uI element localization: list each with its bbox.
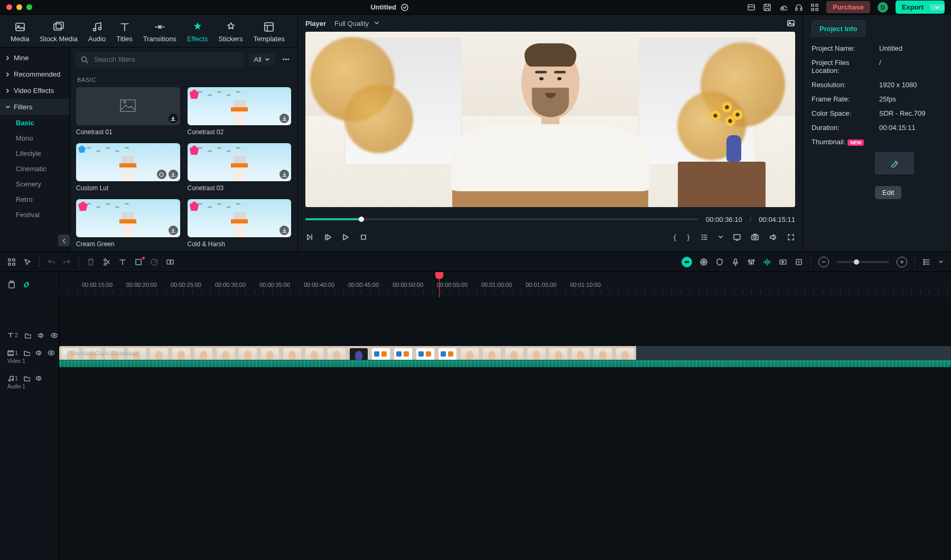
split-icon[interactable]	[102, 258, 111, 266]
apps-grid-icon[interactable]	[810, 3, 819, 12]
export-button[interactable]: Export	[896, 1, 930, 14]
download-icon[interactable]	[279, 114, 289, 123]
edit-button[interactable]: Edit	[875, 186, 901, 199]
auto-beat-icon[interactable]	[763, 258, 771, 266]
tab-stickers[interactable]: Stickers	[213, 18, 248, 47]
collapse-tree-button[interactable]	[58, 235, 70, 246]
tab-audio[interactable]: Audio	[83, 18, 111, 47]
tree-sub-scenery[interactable]: Scenery	[0, 176, 69, 192]
folder-icon[interactable]	[23, 349, 30, 356]
shield-icon[interactable]	[715, 258, 724, 266]
minimize-window[interactable]	[16, 4, 22, 10]
zoom-in-icon[interactable]: +	[897, 257, 907, 267]
effect-thumb[interactable]	[188, 87, 292, 125]
tab-templates[interactable]: Templates	[248, 18, 290, 47]
marker-add-icon[interactable]	[795, 258, 803, 266]
compare-view-icon[interactable]	[787, 19, 795, 27]
playhead[interactable]	[439, 272, 440, 297]
headphones-icon[interactable]	[795, 3, 803, 12]
speed-icon[interactable]	[150, 258, 158, 266]
export-caret[interactable]	[930, 4, 945, 11]
search-filters[interactable]	[75, 52, 245, 67]
more-menu[interactable]: •••	[279, 55, 292, 63]
zoom-out-icon[interactable]: −	[818, 257, 829, 267]
link-icon[interactable]	[22, 281, 31, 289]
effect-thumb[interactable]	[76, 199, 180, 237]
zoom-slider[interactable]	[836, 261, 889, 263]
group-icon[interactable]	[166, 258, 174, 266]
tree-sub-retro[interactable]: Retro	[0, 192, 69, 207]
effect-thumb[interactable]	[76, 87, 180, 125]
thumbnail-box[interactable]	[875, 152, 914, 174]
visibility-icon[interactable]	[48, 349, 54, 356]
maximize-window[interactable]	[26, 4, 32, 10]
display-out-icon[interactable]	[733, 233, 741, 241]
tree-sub-lifestyle[interactable]: Lifestyle	[0, 146, 69, 161]
effect-thumb[interactable]	[76, 143, 180, 181]
voiceover-icon[interactable]	[731, 258, 740, 266]
tree-sub-mono[interactable]: Mono	[0, 130, 69, 146]
crop-tool[interactable]	[134, 258, 143, 266]
chevron-down-icon[interactable]	[718, 235, 723, 240]
clipboard-icon[interactable]	[7, 281, 16, 289]
mark-in-brace[interactable]: {	[673, 234, 677, 241]
play-pause-icon[interactable]	[323, 233, 332, 241]
preview-icon[interactable]	[157, 170, 166, 179]
render-icon[interactable]	[779, 258, 787, 266]
tab-stock-media[interactable]: Stock Media	[34, 18, 83, 47]
time-ruler[interactable]: 00:00:15:0000:00:20:0000:00:25:0000:00:3…	[59, 272, 951, 297]
effect-thumb[interactable]	[188, 199, 292, 237]
chevron-down-icon[interactable]	[938, 259, 944, 265]
filter-all-dropdown[interactable]: All	[249, 53, 275, 66]
user-avatar[interactable]: D	[878, 2, 888, 13]
undo-icon[interactable]	[47, 258, 55, 266]
audio-lane[interactable]	[59, 369, 951, 395]
search-input[interactable]	[93, 55, 239, 64]
text-tool-icon[interactable]	[118, 258, 127, 266]
ai-tools-icon[interactable]	[682, 257, 692, 267]
delete-icon[interactable]	[87, 258, 95, 266]
audio-mixer-icon[interactable]	[747, 258, 756, 266]
folder-icon[interactable]	[24, 332, 31, 339]
scrub-slider[interactable]	[305, 218, 698, 220]
stop-icon[interactable]	[359, 233, 368, 241]
tab-effects[interactable]: Effects	[182, 18, 213, 47]
close-window[interactable]	[6, 4, 12, 10]
download-icon[interactable]	[169, 226, 178, 235]
purchase-button[interactable]: Purchase	[826, 1, 870, 13]
download-icon[interactable]	[169, 114, 178, 123]
tab-media[interactable]: Media	[5, 18, 34, 47]
download-icon[interactable]	[169, 170, 178, 179]
mute-icon[interactable]	[38, 332, 44, 339]
fullscreen-icon[interactable]	[787, 233, 795, 241]
marker-list-icon[interactable]	[700, 233, 708, 241]
save-icon[interactable]	[763, 3, 771, 12]
effect-thumb[interactable]	[188, 143, 292, 181]
redo-icon[interactable]	[63, 258, 71, 266]
grid-snap-icon[interactable]	[7, 258, 16, 266]
preview-viewport[interactable]	[305, 32, 795, 207]
tab-titles[interactable]: Titles	[111, 18, 138, 47]
mark-out-brace[interactable]: }	[686, 234, 691, 241]
tab-transitions[interactable]: Transitions	[138, 18, 182, 47]
tree-item-filters[interactable]: Filters	[0, 99, 69, 115]
video-lane[interactable]: The New CM 4.5 Interface	[59, 344, 951, 369]
folder-icon[interactable]	[23, 375, 30, 381]
snapshot-icon[interactable]	[751, 233, 759, 241]
tree-sub-basic[interactable]: Basic	[0, 115, 69, 130]
tree-sub-festival[interactable]: Festival	[0, 207, 69, 222]
tree-sub-cinematic[interactable]: Cinematic	[0, 161, 69, 176]
prev-frame-icon[interactable]	[305, 233, 314, 241]
tree-item-video-effects[interactable]: Video Effects	[0, 82, 69, 99]
quality-dropdown[interactable]: Full Quality	[334, 20, 379, 27]
download-icon[interactable]	[279, 170, 289, 179]
color-tool-icon[interactable]	[700, 258, 708, 266]
mute-icon[interactable]	[35, 349, 42, 356]
layout-panel-icon[interactable]	[747, 3, 756, 12]
tree-item-mine[interactable]: Mine	[0, 50, 69, 66]
tab-project-info[interactable]: Project Info	[812, 20, 865, 37]
track-view-icon[interactable]	[922, 258, 931, 266]
video-clip[interactable]: The New CM 4.5 Interface	[59, 346, 951, 367]
download-icon[interactable]	[279, 226, 289, 235]
mute-icon[interactable]	[35, 375, 42, 381]
